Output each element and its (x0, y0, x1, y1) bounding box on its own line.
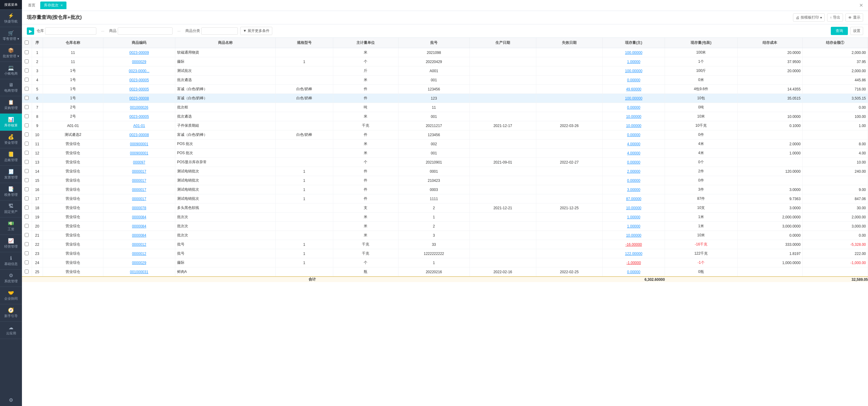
sidebar-item-批发管理[interactable]: 📦 批发管理 ▾ (0, 44, 22, 62)
sidebar-item-企业协同[interactable]: 🤝 企业协同 (0, 287, 22, 304)
cell-qty-main[interactable]: 0.00000 (602, 176, 664, 185)
sidebar-item-快捷导航[interactable]: ⚡ 快捷导航 (0, 10, 22, 27)
row-checkbox[interactable] (25, 142, 29, 145)
cell-qty-main[interactable]: 0.00000 (602, 75, 664, 85)
row-checkbox[interactable] (25, 114, 29, 118)
sidebar-item-发票管理[interactable]: 🧾 发票管理 (0, 166, 22, 183)
cell-code[interactable]: 001000026 (103, 103, 175, 112)
cell-qty-main[interactable]: 10.00000 (602, 203, 664, 212)
print-button[interactable]: 🖨 按模板打印 ▾ (793, 13, 825, 22)
cell-code[interactable]: 0023-00009 (103, 48, 175, 57)
cell-code[interactable]: 001000031 (103, 267, 175, 277)
cell-qty-main[interactable]: 10.00000 (602, 121, 664, 130)
cell-qty-main[interactable]: 100.00000 (602, 66, 664, 75)
cell-code[interactable]: 0023-00008 (103, 94, 175, 103)
sidebar-item-采购管理[interactable]: 📋 采购管理 (0, 96, 22, 113)
row-checkbox[interactable] (25, 169, 29, 173)
row-checkbox[interactable] (25, 206, 29, 209)
row-checkbox[interactable] (25, 270, 29, 273)
cell-code[interactable]: 000900001 (103, 139, 175, 149)
row-checkbox[interactable] (25, 251, 29, 255)
row-checkbox[interactable] (25, 105, 29, 109)
sidebar-item-新手引导[interactable]: 🧭 新手引导 (0, 304, 22, 322)
row-checkbox[interactable] (25, 215, 29, 219)
cell-qty-main[interactable]: 0.00000 (602, 130, 664, 139)
row-checkbox[interactable] (25, 224, 29, 228)
cell-code[interactable]: 0000084 (103, 231, 175, 240)
cell-code[interactable]: 0023-00008 (103, 130, 175, 139)
tab-home[interactable]: 首页 (24, 2, 39, 9)
cell-code[interactable]: 0000078 (103, 203, 175, 212)
sidebar-item-资金管理[interactable]: 💰 资金管理 (0, 131, 22, 148)
row-checkbox[interactable] (25, 96, 29, 100)
cell-code[interactable]: 0000017 (103, 194, 175, 203)
cell-qty-main[interactable]: 3.00000 (602, 185, 664, 194)
sidebar-item-固定资产[interactable]: 🏗 固定资产 (0, 200, 22, 217)
goods-input[interactable] (118, 27, 173, 35)
cell-qty-main[interactable]: 10.00000 (602, 112, 664, 121)
tab-current[interactable]: 库存批次 ✕ (40, 2, 66, 9)
row-checkbox[interactable] (25, 69, 29, 72)
cell-qty-main[interactable]: -16.00000 (602, 240, 664, 249)
cell-code[interactable]: 0023-0000... (103, 66, 175, 75)
cell-code[interactable]: 0000012 (103, 240, 175, 249)
cell-qty-main[interactable]: 0.00000 (602, 267, 664, 277)
row-checkbox[interactable] (25, 151, 29, 155)
cell-qty-main[interactable]: 100.00000 (602, 48, 664, 57)
cell-qty-main[interactable]: 0.00000 (602, 158, 664, 167)
cell-qty-main[interactable]: -1.00000 (602, 258, 664, 267)
sidebar-item-税务管理[interactable]: 📑 税务管理 (0, 183, 22, 200)
row-checkbox[interactable] (25, 160, 29, 164)
cell-code[interactable]: 0023-00005 (103, 75, 175, 85)
row-checkbox[interactable] (25, 242, 29, 246)
export-button[interactable]: ↑ 导出 (827, 13, 843, 22)
cell-qty-main[interactable]: 100.00000 (602, 94, 664, 103)
sidebar-item-总账管理[interactable]: 📒 总账管理 (0, 148, 22, 166)
sidebar-item-系统管理[interactable]: ⚙ 系统管理 (0, 270, 22, 287)
cell-qty-main[interactable]: 4.00000 (602, 139, 664, 149)
cell-code[interactable]: 0023-00005 (103, 112, 175, 121)
sidebar-item-云应用[interactable]: ☁ 云应用 (0, 322, 22, 339)
sidebar-item-零售管理[interactable]: 🛒 零售管理 ▾ (0, 27, 22, 44)
sidebar-item-小账电商[interactable]: 💻 小账电商 (0, 62, 22, 79)
row-checkbox[interactable] (25, 123, 29, 127)
cell-code[interactable]: A01-01 (103, 121, 175, 130)
select-all-checkbox[interactable] (25, 40, 29, 44)
sidebar-item-经营管理[interactable]: 📈 经营管理 (0, 235, 22, 252)
row-checkbox[interactable] (25, 233, 29, 237)
sidebar-logo[interactable]: 搜索菜单 (0, 0, 22, 10)
col-checkbox[interactable] (22, 38, 32, 48)
cell-code[interactable]: 0000029 (103, 258, 175, 267)
cell-code[interactable]: 0000017 (103, 167, 175, 176)
cell-qty-main[interactable]: 2.00000 (602, 167, 664, 176)
sidebar-item-电商管理[interactable]: 🖥 电商管理 (0, 79, 22, 96)
cell-qty-main[interactable]: 10.00000 (602, 231, 664, 240)
sidebar-item-库存核算[interactable]: 📊 库存核算 (0, 113, 22, 131)
row-checkbox[interactable] (25, 178, 29, 182)
window-close-icon[interactable]: ✕ (857, 2, 866, 8)
row-checkbox[interactable] (25, 133, 29, 136)
tab-close-icon[interactable]: ✕ (60, 4, 63, 7)
filter-expand-button[interactable]: ▶ (27, 27, 34, 35)
cell-code[interactable]: 000097 (103, 158, 175, 167)
cell-qty-main[interactable]: 87.00000 (602, 194, 664, 203)
row-checkbox[interactable] (25, 50, 29, 54)
category-select[interactable] (201, 27, 238, 35)
cell-code[interactable]: 0000029 (103, 57, 175, 66)
cell-qty-main[interactable]: 1.00000 (602, 212, 664, 222)
row-checkbox[interactable] (25, 197, 29, 200)
search-button[interactable]: 查询 (831, 27, 848, 35)
cell-qty-main[interactable]: 1.00000 (602, 222, 664, 231)
cell-code[interactable]: 0000084 (103, 212, 175, 222)
cell-qty-main[interactable]: 122.00000 (602, 249, 664, 258)
cell-code[interactable]: 0000017 (103, 176, 175, 185)
row-checkbox[interactable] (25, 87, 29, 91)
filter-more-button[interactable]: ▼ 展开更多条件 (240, 27, 272, 35)
cell-code[interactable]: 0000084 (103, 222, 175, 231)
row-checkbox[interactable] (25, 59, 29, 63)
cell-qty-main[interactable]: 4.00000 (602, 149, 664, 158)
cell-code[interactable]: 0000012 (103, 249, 175, 258)
cell-code[interactable]: 0023-00005 (103, 85, 175, 94)
cell-qty-main[interactable]: 1.00000 (602, 57, 664, 66)
cell-code[interactable]: 000900001 (103, 149, 175, 158)
